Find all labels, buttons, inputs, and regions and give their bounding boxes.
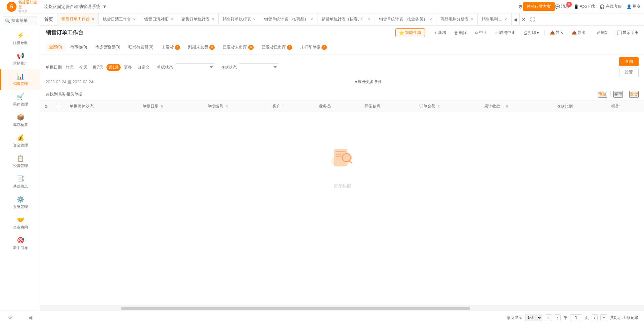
sidebar-item-finance[interactable]: 💰 资金管理 bbox=[0, 131, 40, 151]
sub-tab-wangpu-ship[interactable]: 旺铺待发货(0) bbox=[125, 43, 157, 51]
tab-close-sales-customer[interactable]: ✕ bbox=[368, 17, 371, 21]
sidebar-settings-btn[interactable]: ⚙ bbox=[8, 314, 12, 321]
expand-filter-btn[interactable]: ▾ 展开更多条件 bbox=[355, 79, 382, 85]
tab-close-gross-profit[interactable]: ✕ bbox=[471, 17, 473, 21]
tab-close-sales-exec[interactable]: ✕ bbox=[253, 17, 256, 21]
online-service-btn[interactable]: 🎧 在线客服 bbox=[600, 4, 622, 9]
sub-tab-pending-check[interactable]: 待拣货验货(0) bbox=[92, 43, 124, 51]
tab-sales-stats[interactable]: 销售订单统计表 ✕ bbox=[177, 13, 219, 26]
sidebar-item-marketing[interactable]: 📢 营销推广 bbox=[0, 49, 40, 69]
select-all-checkbox[interactable] bbox=[57, 104, 61, 108]
sidebar-item-quick-nav[interactable]: ⚡ 快捷导航 bbox=[0, 28, 40, 49]
sub-tab-shipped-out[interactable]: 已发货已出库 0 bbox=[258, 43, 296, 51]
import-btn[interactable]: 📥 导入 bbox=[547, 29, 566, 37]
tab-close-cash-daily[interactable]: ✕ bbox=[133, 17, 136, 21]
page-input[interactable] bbox=[570, 314, 582, 321]
tab-sales-workbench[interactable]: 销售订单工作台 ✕ bbox=[57, 13, 99, 26]
export-btn[interactable]: 📤 导出 bbox=[569, 29, 588, 37]
sidebar-collapse-btn[interactable]: ◀ bbox=[28, 314, 32, 321]
filter-settings-btn[interactable]: 设置 bbox=[619, 68, 639, 77]
tab-home[interactable]: 首页 bbox=[40, 13, 57, 26]
tab-nav-prev-btn[interactable]: ◀ bbox=[511, 13, 519, 26]
tab-nav-fullscreen-btn[interactable]: ⛶ bbox=[528, 13, 537, 26]
sub-tab-pending-review[interactable]: 待审核(0) bbox=[67, 43, 91, 51]
col-date[interactable]: 单据日期 ⇅ bbox=[138, 101, 203, 112]
add-btn[interactable]: ＋ 新增 bbox=[431, 29, 449, 37]
tab-cash-reconcile[interactable]: 钱货日清对账 ✕ bbox=[140, 13, 177, 26]
sidebar-item-sales[interactable]: 📊 销售管理 bbox=[0, 69, 40, 90]
col-checkbox[interactable] bbox=[52, 101, 66, 112]
scroll-area[interactable] bbox=[40, 306, 644, 311]
date-btn-1month[interactable]: 近1月 bbox=[106, 64, 121, 71]
tab-sales-product[interactable]: 销货单统计表（按商品） ✕ bbox=[260, 13, 317, 26]
tab-cash-daily[interactable]: 钱货日清工作台 ✕ bbox=[99, 13, 140, 26]
table-summary: 共找到 0条 相关单据 审核 | 弃审 | 发货 bbox=[40, 88, 644, 101]
page-size-select[interactable]: 20 50 100 200 bbox=[525, 314, 542, 321]
query-btn[interactable]: 查询 bbox=[619, 57, 639, 66]
stop-btn[interactable]: ⊘ 中止 bbox=[472, 29, 490, 37]
page-prev-btn[interactable]: ‹ bbox=[555, 314, 561, 321]
tab-close-sales-product[interactable]: ✕ bbox=[310, 17, 313, 21]
show-detail-checkbox[interactable] bbox=[617, 31, 621, 35]
empty-text: 暂无数据 bbox=[334, 183, 351, 189]
date-btn-more[interactable]: 更多 bbox=[122, 64, 134, 71]
sidebar-item-system[interactable]: ⚙️ 系统管理 bbox=[0, 192, 40, 213]
tab-gross-profit[interactable]: 商品毛利分析表 ✕ bbox=[436, 13, 478, 26]
sidebar-item-purchase[interactable]: 🛒 采购管理 bbox=[0, 90, 40, 110]
settings-icon[interactable]: ⚙ bbox=[518, 4, 523, 9]
tab-sales-more[interactable]: 销售毛利 ... ✕ bbox=[478, 13, 511, 26]
sidebar-item-cooperation[interactable]: 🤝 企业协同 bbox=[0, 213, 40, 233]
filter-payment-select[interactable] bbox=[239, 63, 279, 71]
date-btn-custom[interactable]: 自定义 bbox=[135, 64, 152, 71]
tab-close-sales-stats[interactable]: ✕ bbox=[212, 17, 214, 21]
basic-info-icon: 📑 bbox=[17, 175, 24, 183]
sidebar-item-inventory[interactable]: 📦 库存核算 bbox=[0, 110, 40, 131]
sidebar-item-basic-info[interactable]: 📑 基础信息 bbox=[0, 172, 40, 192]
tab-close-sales-more[interactable]: ✕ bbox=[504, 17, 507, 21]
delete-btn[interactable]: 🗑 删除 bbox=[452, 29, 470, 37]
message-btn[interactable]: 💬 消息 6 bbox=[555, 4, 569, 9]
search-menu-btn[interactable]: 🔍 搜索菜单 bbox=[3, 16, 37, 25]
tab-sales-customer[interactable]: 销货单统计表（按客户） ✕ bbox=[317, 13, 375, 26]
page-next-btn[interactable]: › bbox=[592, 314, 598, 321]
col-number[interactable]: 单据编号 ⇅ bbox=[203, 101, 268, 112]
tab-close-sales-staff[interactable]: ✕ bbox=[429, 17, 432, 21]
print-icon: 🖨 bbox=[523, 31, 527, 35]
print-btn[interactable]: 🖨 打印 ▾ bbox=[521, 29, 542, 37]
cancel-review-btn[interactable]: 弃审 bbox=[613, 91, 623, 98]
smart-generate-btn[interactable]: ⭐ 智能生单 bbox=[395, 28, 425, 37]
date-btn-today[interactable]: 今天 bbox=[77, 64, 89, 71]
sub-tab-shipped-not-out[interactable]: 已发货未出库 0 bbox=[219, 43, 257, 51]
sidebar-item-guide[interactable]: 🎯 新手引导 bbox=[0, 233, 40, 254]
sub-tab-not-shipped[interactable]: 未发货 0 bbox=[158, 43, 183, 51]
page-first-btn[interactable]: « bbox=[545, 314, 552, 321]
tab-nav-close-btn[interactable]: ✕ bbox=[519, 13, 528, 26]
user-btn[interactable]: 👤 用友 bbox=[627, 4, 641, 9]
tab-sales-exec[interactable]: 销售订单执行表 ✕ bbox=[219, 13, 260, 26]
tab-close-sales-workbench[interactable]: ✕ bbox=[92, 17, 94, 21]
logo-text: 畅捷通好生意 bbox=[18, 0, 40, 9]
refresh-btn[interactable]: ↺ 刷新 bbox=[594, 29, 611, 37]
col-collected[interactable]: 累计收款... ⇅ bbox=[480, 101, 553, 112]
col-settings[interactable]: ⚙ bbox=[40, 101, 52, 112]
scroll-thumb[interactable] bbox=[121, 307, 470, 310]
sub-tab-not-printed[interactable]: 未打印单据 0 bbox=[297, 43, 330, 51]
col-customer[interactable]: 客户 ⇅ bbox=[268, 101, 315, 112]
tab-close-cash-reconcile[interactable]: ✕ bbox=[170, 17, 173, 21]
show-detail-label[interactable]: 显示明细 bbox=[617, 30, 639, 36]
cancel-stop-btn[interactable]: ↩ 取消中止 bbox=[492, 29, 518, 37]
date-btn-7days[interactable]: 近7天 bbox=[91, 64, 105, 71]
review-btn[interactable]: 审核 bbox=[598, 91, 607, 98]
col-amount[interactable]: 订单金额 ⇅ bbox=[415, 101, 480, 112]
finance-icon: 💰 bbox=[17, 134, 24, 141]
page-last-btn[interactable]: » bbox=[600, 314, 607, 321]
sub-tab-expired-not-shipped[interactable]: 到期未发货 0 bbox=[185, 43, 218, 51]
industry-btn[interactable]: 体验行业方案 bbox=[523, 2, 555, 11]
sub-tab-all[interactable]: 全部(0) bbox=[46, 43, 66, 51]
sidebar-item-operations[interactable]: 📋 经营管理 bbox=[0, 151, 40, 172]
app-download-btn[interactable]: 📱 App下载 bbox=[574, 4, 595, 9]
ship-btn[interactable]: 发货 bbox=[629, 91, 639, 98]
filter-status-select[interactable] bbox=[175, 63, 215, 71]
date-btn-yesterday[interactable]: 昨天 bbox=[64, 64, 76, 71]
tab-sales-staff[interactable]: 销货单统计表（按业务员） ✕ bbox=[375, 13, 436, 26]
